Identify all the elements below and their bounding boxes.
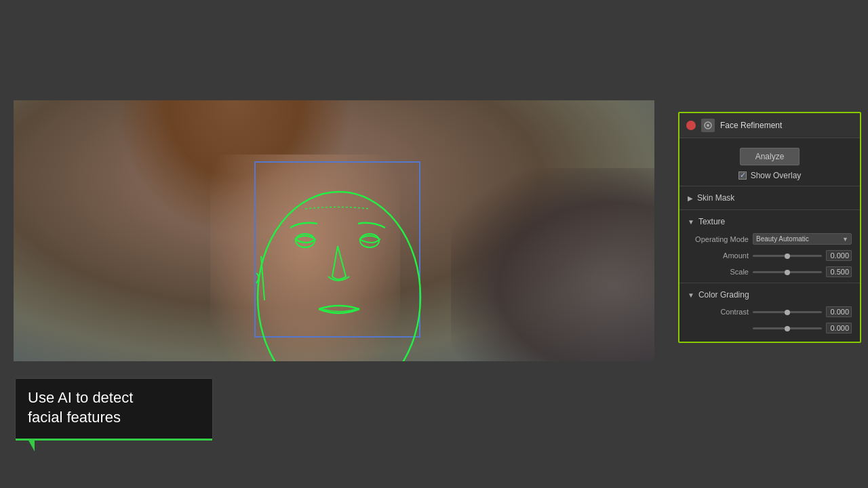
tooltip-line1: Use AI to detect (28, 389, 133, 406)
analyze-button[interactable]: Analyze (740, 148, 800, 165)
amount-slider-container (753, 255, 822, 257)
show-overlay-row: Show Overlay (679, 171, 860, 180)
scale-row: Scale 0.500 (679, 264, 860, 280)
contrast-slider[interactable] (753, 311, 822, 313)
tooltip-box: Use AI to detect facial features (15, 378, 213, 440)
divider-2 (679, 209, 860, 210)
show-overlay-checkbox[interactable] (738, 171, 747, 180)
amount-value: 0.000 (826, 250, 852, 261)
svg-point-0 (258, 192, 420, 361)
contrast-value: 0.000 (826, 306, 852, 317)
operating-mode-row: Operating Mode Beauty Automatic ▼ (679, 230, 860, 247)
video-frame: Face Analysis Processing (16%) Cancel (14, 100, 654, 361)
amount-label: Amount (688, 251, 749, 260)
scale-slider-thumb (785, 270, 790, 275)
panel-close-button[interactable] (686, 121, 696, 130)
extra-slider-container (753, 327, 822, 329)
amount-slider[interactable] (753, 255, 822, 257)
divider-1 (679, 186, 860, 186)
texture-chevron: ▼ (688, 218, 694, 226)
operating-mode-value: Beauty Automatic (756, 235, 809, 243)
skin-mask-chevron: ▶ (688, 195, 693, 202)
skin-mask-label: Skin Mask (697, 193, 734, 203)
tooltip-text: Use AI to detect facial features (28, 388, 200, 427)
contrast-row: Contrast 0.000 (679, 304, 860, 320)
operating-mode-dropdown[interactable]: Beauty Automatic ▼ (753, 233, 852, 245)
panel-header: Face Refinement (679, 113, 860, 138)
tooltip-arrow (28, 439, 35, 451)
texture-label: Texture (698, 217, 725, 226)
color-grading-section[interactable]: ▼ Color Grading (679, 286, 860, 304)
color-grading-chevron: ▼ (688, 291, 694, 299)
video-container: Face Analysis Processing (16%) Cancel (14, 100, 654, 361)
extra-slider-thumb (785, 326, 790, 331)
scale-slider-container (753, 271, 822, 273)
color-grading-label: Color Grading (698, 290, 749, 300)
amount-slider-thumb (785, 253, 790, 259)
contrast-label: Contrast (688, 308, 749, 316)
panel-body: Analyze Show Overlay ▶ Skin Mask ▼ Textu… (679, 138, 860, 342)
texture-section[interactable]: ▼ Texture (679, 213, 860, 230)
operating-mode-label: Operating Mode (688, 235, 749, 243)
operating-mode-chevron-icon: ▼ (842, 236, 848, 243)
skin-mask-section[interactable]: ▶ Skin Mask (679, 189, 860, 207)
scale-label: Scale (688, 268, 749, 276)
scale-slider[interactable] (753, 271, 822, 273)
face-overlay-svg (14, 100, 654, 361)
extra-value: 0.000 (826, 323, 852, 333)
extra-row: 0.000 (679, 320, 860, 336)
tooltip-line2: facial features (28, 409, 121, 426)
contrast-slider-thumb (785, 310, 790, 315)
panel-title: Face Refinement (720, 121, 782, 130)
extra-slider[interactable] (753, 327, 822, 329)
divider-3 (679, 283, 860, 283)
show-overlay-label: Show Overlay (751, 171, 802, 180)
panel-icon (701, 119, 715, 132)
contrast-slider-container (753, 311, 822, 313)
svg-point-4 (707, 124, 709, 127)
amount-row: Amount 0.000 (679, 247, 860, 264)
tooltip-green-line (16, 439, 212, 441)
face-refinement-panel: Face Refinement Analyze Show Overlay ▶ S… (678, 112, 861, 343)
scale-value: 0.500 (826, 266, 852, 277)
